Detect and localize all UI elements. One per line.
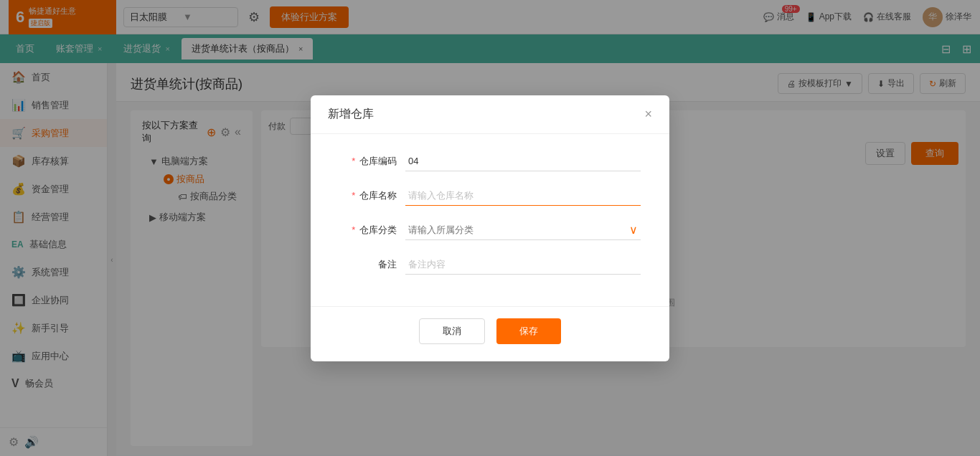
warehouse-code-label: * 仓库编码: [339, 155, 397, 168]
required-star: *: [352, 156, 355, 166]
warehouse-name-row: * 仓库名称: [339, 186, 641, 206]
warehouse-note-label: 备注: [339, 258, 397, 271]
warehouse-name-label: * 仓库名称: [339, 189, 397, 202]
modal-body: * 仓库编码 * 仓库名称 * 仓库分类 ∨: [311, 134, 669, 306]
required-star-2: *: [352, 190, 355, 201]
warehouse-category-label: * 仓库分类: [339, 224, 397, 237]
warehouse-code-input[interactable]: [405, 151, 641, 171]
cancel-button[interactable]: 取消: [419, 318, 485, 344]
modal-close-button[interactable]: ×: [644, 108, 652, 120]
modal-overlay: 新增仓库 × * 仓库编码 * 仓库名称 * 仓库分: [0, 0, 980, 456]
add-warehouse-modal: 新增仓库 × * 仓库编码 * 仓库名称 * 仓库分: [311, 95, 669, 361]
warehouse-category-input[interactable]: [405, 220, 641, 240]
modal-footer: 取消 保存: [311, 306, 669, 361]
warehouse-category-row: * 仓库分类 ∨: [339, 220, 641, 240]
warehouse-note-input[interactable]: [405, 255, 641, 275]
warehouse-name-input[interactable]: [405, 186, 641, 206]
chevron-category-icon: ∨: [629, 223, 638, 237]
required-star-3: *: [352, 224, 355, 235]
warehouse-note-row: 备注: [339, 255, 641, 275]
modal-header: 新增仓库 ×: [311, 95, 669, 134]
modal-title: 新增仓库: [328, 107, 374, 122]
save-button[interactable]: 保存: [496, 318, 561, 344]
warehouse-code-row: * 仓库编码: [339, 151, 641, 171]
warehouse-category-select-row: ∨: [405, 220, 641, 240]
